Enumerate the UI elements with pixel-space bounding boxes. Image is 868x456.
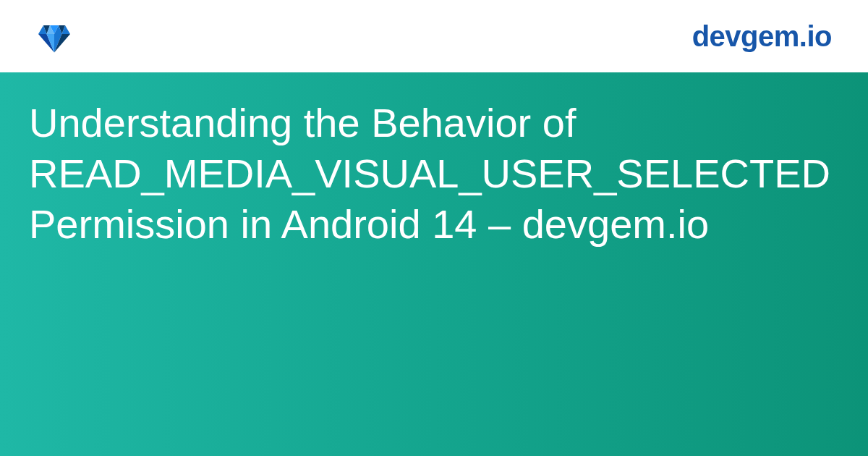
header: devgem.io: [0, 0, 868, 72]
brand-name: devgem.io: [692, 20, 832, 53]
gem-icon: [36, 18, 72, 54]
hero-banner: Understanding the Behavior of READ_MEDIA…: [0, 72, 868, 456]
page-title: Understanding the Behavior of READ_MEDIA…: [29, 98, 839, 250]
